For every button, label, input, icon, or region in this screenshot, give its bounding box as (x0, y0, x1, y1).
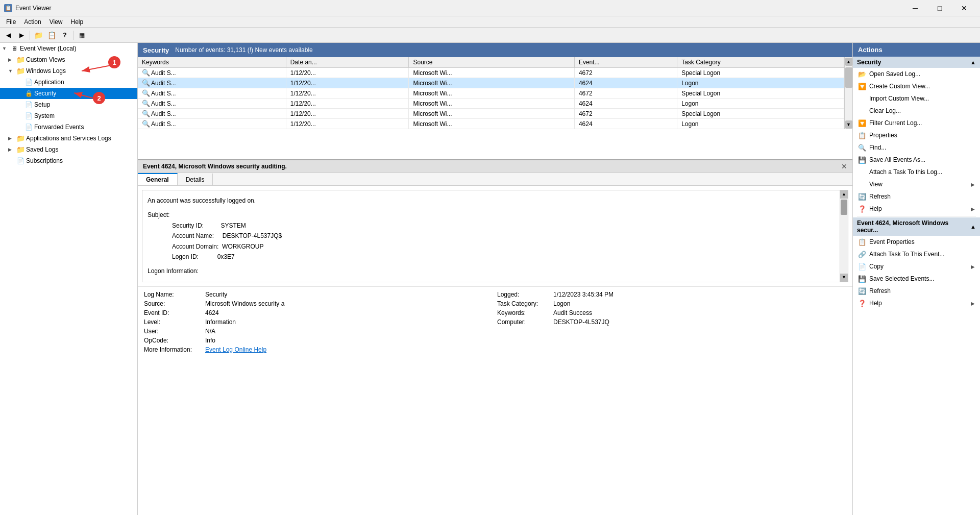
menu-action[interactable]: Action (20, 17, 45, 27)
detail-close-button[interactable]: ✕ (841, 162, 847, 170)
menu-help[interactable]: Help (67, 17, 88, 27)
table-row[interactable]: 🔍Audit S... 1/12/20... Microsoft Wi... 4… (138, 68, 844, 78)
event-detail-header: Event 4624, Microsoft Windows security a… (138, 160, 852, 173)
cell-source: Microsoft Wi... (409, 68, 574, 78)
action-help-security-label: Help (869, 205, 968, 212)
toolbar: ◀ ▶ 📁 📋 ? ▦ (0, 28, 980, 43)
setup-icon: 📄 (24, 101, 33, 109)
actions-event-title: Event 4624, Microsoft Windows secur... (857, 219, 970, 234)
action-button[interactable]: ▦ (76, 30, 88, 41)
detail-scrollbar[interactable]: ▲ ▼ (840, 190, 848, 282)
cell-task: Logon (677, 119, 844, 129)
saved-logs-label: Saved Logs (26, 146, 58, 153)
menu-bar: File Action View Help (0, 16, 980, 28)
detail-tabs: General Details (138, 173, 852, 186)
action-clear-log[interactable]: Clear Log... (853, 105, 980, 117)
up-button[interactable]: 📁 (32, 30, 44, 41)
action-attach-task-event[interactable]: 🔗 Attach Task To This Event... (853, 248, 980, 260)
col-date[interactable]: Date an... (286, 57, 409, 68)
table-row[interactable]: 🔍Audit S... 1/12/20... Microsoft Wi... 4… (138, 119, 844, 129)
tree-saved-logs[interactable]: ▶ 📁 Saved Logs (0, 144, 137, 155)
scrollbar-thumb[interactable] (845, 67, 852, 88)
windows-logs-expand: ▼ (8, 68, 16, 73)
table-row[interactable]: 🔍Audit S... 1/12/20... Microsoft Wi... 4… (138, 78, 844, 88)
tab-general[interactable]: General (138, 173, 178, 185)
event-log-online-help-link[interactable]: Event Log Online Help (205, 346, 266, 353)
tree-custom-views[interactable]: ▶ 📁 Custom Views (0, 54, 137, 65)
minimize-button[interactable]: ─ (903, 0, 927, 16)
action-help-event[interactable]: ❓ Help ▶ (853, 297, 980, 309)
event-section-collapse[interactable]: ▲ (970, 224, 976, 230)
col-keywords[interactable]: Keywords (138, 57, 286, 68)
menu-view[interactable]: View (45, 17, 67, 27)
action-import-custom-view-label: Import Custom View... (869, 95, 975, 102)
properties-button[interactable]: 📋 (45, 30, 58, 41)
tree-application[interactable]: ▶ 📄 Application (0, 77, 137, 88)
action-help-security[interactable]: ❓ Help ▶ (853, 203, 980, 215)
actions-separator (857, 216, 976, 216)
action-view-label: View (869, 181, 968, 188)
table-row[interactable]: 🔍Audit S... 1/12/20... Microsoft Wi... 4… (138, 99, 844, 109)
action-import-custom-view[interactable]: Import Custom View... (853, 92, 980, 105)
tree-app-services-logs[interactable]: ▶ 📁 Applications and Services Logs (0, 133, 137, 144)
custom-views-expand: ▶ (8, 57, 16, 62)
app-services-expand: ▶ (8, 136, 16, 141)
tree-security[interactable]: ▶ 🔒 Security (0, 88, 137, 99)
action-create-custom-view[interactable]: 🔽 Create Custom View... (853, 80, 980, 92)
cell-keyword: 🔍Audit S... (138, 78, 286, 88)
action-save-all-events-label: Save All Events As... (869, 156, 975, 163)
tree-forwarded-events[interactable]: ▶ 📄 Forwarded Events (0, 121, 137, 133)
tree-setup[interactable]: ▶ 📄 Setup (0, 99, 137, 110)
tree-windows-logs[interactable]: ▼ 📁 Windows Logs (0, 65, 137, 77)
col-source[interactable]: Source (409, 57, 574, 68)
actions-title: Actions (858, 46, 883, 54)
action-find[interactable]: 🔍 Find... (853, 141, 980, 154)
help-button[interactable]: ? (59, 30, 71, 41)
detail-scroll[interactable]: ▲ ▼ An account was successfully logged o… (138, 186, 852, 515)
title-bar-left: 📋 Event Viewer (4, 4, 51, 12)
action-filter-log[interactable]: 🔽 Filter Current Log... (853, 117, 980, 129)
cell-date: 1/12/20... (286, 109, 409, 119)
action-attach-task-log-label: Attach a Task To this Log... (869, 168, 975, 176)
system-icon: 📄 (24, 112, 33, 120)
action-attach-task-log[interactable]: Attach a Task To this Log... (853, 166, 980, 178)
create-custom-view-icon: 🔽 (858, 82, 866, 90)
table-row[interactable]: 🔍Audit S... 1/12/20... Microsoft Wi... 4… (138, 109, 844, 119)
action-open-saved-log[interactable]: 📂 Open Saved Log... (853, 68, 980, 80)
tab-details[interactable]: Details (178, 173, 213, 185)
tree-system[interactable]: ▶ 📄 System (0, 110, 137, 121)
action-properties[interactable]: 📋 Properties (853, 129, 980, 141)
action-copy[interactable]: 📄 Copy ▶ (853, 260, 980, 273)
subscriptions-label: Subscriptions (26, 157, 63, 164)
action-event-properties[interactable]: 📋 Event Properties (853, 236, 980, 248)
close-button[interactable]: ✕ (952, 0, 976, 16)
action-refresh-security[interactable]: 🔄 Refresh (853, 190, 980, 203)
menu-file[interactable]: File (2, 17, 20, 27)
cell-source: Microsoft Wi... (409, 119, 574, 129)
table-scrollbar[interactable]: ▲ ▼ (844, 57, 852, 129)
table-row[interactable]: 🔍Audit S... 1/12/20... Microsoft Wi... 4… (138, 88, 844, 99)
col-event[interactable]: Event... (574, 57, 677, 68)
action-view[interactable]: View ▶ (853, 178, 980, 190)
view-icon (858, 180, 866, 188)
forwarded-label: Forwarded Events (34, 124, 84, 131)
filter-log-icon: 🔽 (858, 119, 866, 127)
col-task[interactable]: Task Category (677, 57, 844, 68)
cell-task: Special Logon (677, 109, 844, 119)
action-save-all-events[interactable]: 💾 Save All Events As... (853, 154, 980, 166)
maximize-button[interactable]: □ (928, 0, 951, 16)
toolbar-separator-1 (30, 31, 30, 40)
action-clear-log-label: Clear Log... (869, 107, 975, 114)
security-section-collapse[interactable]: ▲ (970, 59, 976, 65)
tree-subscriptions[interactable]: ▶ 📄 Subscriptions (0, 155, 137, 166)
action-filter-log-label: Filter Current Log... (869, 119, 975, 127)
action-refresh-event[interactable]: 🔄 Refresh (853, 285, 980, 297)
tree-root[interactable]: ▼ 🖥 Event Viewer (Local) (0, 43, 137, 54)
table-scroll[interactable]: Keywords Date an... Source Event... Task… (138, 57, 844, 129)
action-save-selected-events[interactable]: 💾 Save Selected Events... (853, 273, 980, 285)
forward-button[interactable]: ▶ (15, 30, 28, 41)
back-button[interactable]: ◀ (2, 30, 14, 41)
meta-source: Source:Microsoft Windows security a (144, 300, 493, 307)
attach-task-event-icon: 🔗 (858, 250, 866, 258)
table-wrap: Keywords Date an... Source Event... Task… (138, 57, 852, 129)
